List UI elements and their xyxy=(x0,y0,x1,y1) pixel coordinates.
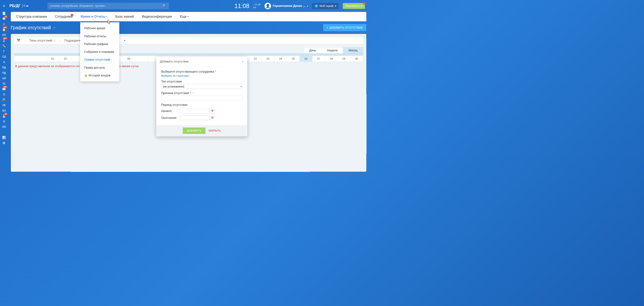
user-name: Горшечников Денис ... xyxy=(272,4,305,8)
tariff-button[interactable]: ✦ Мой тариф ▾ xyxy=(312,3,339,9)
sidebar-item-6[interactable]: ✏️ xyxy=(2,43,7,49)
start-input[interactable] xyxy=(180,109,210,114)
sidebar-item-17[interactable]: УБ xyxy=(2,103,7,108)
clock-details: 11:30 3 xyxy=(254,3,260,9)
nav-item-3[interactable]: База знаний xyxy=(116,15,134,18)
select-structure-link[interactable]: Выбрать из структуры xyxy=(161,74,189,77)
reason-input[interactable] xyxy=(161,96,242,101)
day-cell[interactable]: 30 xyxy=(350,56,363,62)
dropdown-item-5[interactable]: Права доступа xyxy=(80,64,119,71)
view-tab-День[interactable]: День xyxy=(304,47,322,53)
day-cell[interactable]: 23 xyxy=(262,56,274,62)
sidebar-item-8[interactable]: СД xyxy=(2,54,7,59)
day-cell[interactable]: 01 xyxy=(47,56,59,62)
chevron-down-icon: ▾ xyxy=(307,5,308,7)
search-bar[interactable]: 🔍 xyxy=(47,3,169,9)
period-label: Период отсутствия xyxy=(161,103,242,107)
sidebar-item-15[interactable]: П xyxy=(2,92,7,97)
plus-icon: + xyxy=(327,26,328,29)
start-label: Начало: xyxy=(161,109,180,113)
view-tab-Неделя[interactable]: Неделя xyxy=(322,47,343,53)
chevron-down-icon: ▾ xyxy=(188,16,188,18)
sidebar-item-5[interactable]: ⏳99+ xyxy=(2,38,7,43)
lock-icon: 🔒 xyxy=(84,74,88,77)
sidebar-item-22[interactable]: 👤 xyxy=(2,130,7,135)
chevron-down-icon: ▾ xyxy=(361,4,362,8)
invite-button[interactable]: Пригласить ▾ 1 xyxy=(343,3,365,9)
submit-button[interactable]: ДОБАВИТЬ xyxy=(183,128,206,134)
sidebar-item-9[interactable]: А xyxy=(2,59,7,65)
page-title: График отсутствий ☆ xyxy=(11,25,56,30)
logo[interactable]: РБ/ДГ 24 ⇄ xyxy=(10,4,28,8)
avatar: 👤 xyxy=(264,3,271,9)
chevron-down-icon: ▾ xyxy=(106,16,107,18)
end-input[interactable] xyxy=(180,115,210,120)
star-icon[interactable]: ☆ xyxy=(53,26,55,30)
day-cell[interactable]: 28 xyxy=(325,56,338,62)
sidebar-item-14[interactable]: ✉️99+ xyxy=(2,87,7,92)
sidebar-item-19[interactable]: 💾20 xyxy=(2,113,7,119)
modal-title: Добавить отсутствие xyxy=(160,60,189,63)
day-cell[interactable]: 27 xyxy=(312,56,325,62)
view-tabs: ДеньНеделяМесяц xyxy=(304,47,363,53)
dropdown-item-2[interactable]: Рабочие графики xyxy=(80,40,119,48)
sidebar-item-10[interactable]: ПД xyxy=(2,65,7,70)
day-cell[interactable]: 25 xyxy=(287,56,300,62)
sidebar-item-23[interactable]: 📊 xyxy=(2,135,7,141)
timeline-bar xyxy=(14,53,363,56)
left-sidebar: ≡ 📄💬13С📋99+СО⏳99+✏️ГСДАПДПДАЯТС✉️99+П📦УБ… xyxy=(0,0,8,175)
nav-item-4[interactable]: Видеоконференции xyxy=(142,15,172,18)
end-label: Окончание: xyxy=(161,116,180,120)
day-cell[interactable]: 26 xyxy=(300,56,312,62)
filter-bar: 📅 | Типы отсутствий: | Подразделение: xyxy=(14,37,363,44)
sidebar-item-1[interactable]: 💬13 xyxy=(2,16,7,22)
nav-item-2[interactable]: Время и Отчеты▾ xyxy=(80,15,107,18)
logo-text: РБ/ДГ xyxy=(10,4,20,8)
nav-item-1[interactable]: Сотрудники1 xyxy=(55,15,72,18)
clock: 11:08 xyxy=(234,3,249,10)
type-label: Тип отсутствия xyxy=(161,80,242,83)
tariff-icon: ✦ xyxy=(315,4,318,8)
pin-icon[interactable]: ⇄ xyxy=(26,5,28,8)
help-icon[interactable]: ? xyxy=(192,92,194,95)
search-input[interactable] xyxy=(50,4,162,8)
day-cell[interactable] xyxy=(135,56,148,62)
sidebar-item-7[interactable]: Г xyxy=(2,49,7,54)
dropdown-item-3[interactable]: Собрания и планерки xyxy=(80,48,119,56)
day-cell[interactable]: 09 xyxy=(122,56,135,62)
sidebar-item-21[interactable]: ОП xyxy=(2,124,7,130)
time-reports-dropdown: Рабочее времяРабочие отчетыРабочие графи… xyxy=(80,23,119,82)
add-absence-modal: Добавить отсутствие × Выберите отсутству… xyxy=(156,57,247,136)
sidebar-item-24[interactable]: ⚙ xyxy=(2,141,7,146)
reason-label: Причина отсутствия * ? xyxy=(161,91,242,95)
sidebar-item-11[interactable]: ПД xyxy=(2,70,7,76)
calendar-icon[interactable]: 📅 xyxy=(210,109,214,114)
close-icon[interactable]: × xyxy=(242,60,244,63)
nav-item-0[interactable]: Структура компании xyxy=(16,15,47,18)
types-checkbox[interactable] xyxy=(54,40,55,41)
dropdown-item-6[interactable]: 🔒История входов xyxy=(80,71,119,79)
day-cell[interactable]: 24 xyxy=(274,56,287,62)
calendar-icon[interactable]: 📅 xyxy=(210,115,214,120)
day-cell[interactable]: 22 xyxy=(249,56,262,62)
hamburger-icon[interactable]: ≡ xyxy=(3,4,5,8)
day-cell[interactable]: 02 xyxy=(59,56,72,62)
search-icon[interactable]: 🔍 xyxy=(162,4,166,8)
logo-suffix: 24 xyxy=(22,4,26,8)
type-select[interactable]: (не установлено) xyxy=(161,84,242,89)
dropdown-item-4[interactable]: График отсутствий xyxy=(80,56,119,64)
sidebar-item-20[interactable]: О xyxy=(2,119,7,124)
calendar-icon[interactable]: 📅 xyxy=(17,39,20,42)
sidebar-item-3[interactable]: 📋99+ xyxy=(2,27,7,33)
sidebar-item-12[interactable]: АЯ xyxy=(2,76,7,81)
dropdown-item-1[interactable]: Рабочие отчеты xyxy=(80,32,119,40)
chevron-down-icon: ▾ xyxy=(335,4,336,8)
add-absence-button[interactable]: + ДОБАВИТЬ ОТСУТСТВИЕ xyxy=(323,24,366,31)
dropdown-item-0[interactable]: Рабочее время xyxy=(80,25,119,32)
day-cell[interactable]: 29 xyxy=(338,56,350,62)
sidebar-item-16[interactable]: 📦 xyxy=(2,97,7,103)
cancel-button[interactable]: ЗАКРЫТЬ xyxy=(208,128,221,134)
nav-item-5[interactable]: Еще▾ xyxy=(180,15,189,18)
user-menu[interactable]: 👤 Горшечников Денис ... ▾ xyxy=(264,3,308,9)
view-tab-Месяц[interactable]: Месяц xyxy=(343,47,363,53)
